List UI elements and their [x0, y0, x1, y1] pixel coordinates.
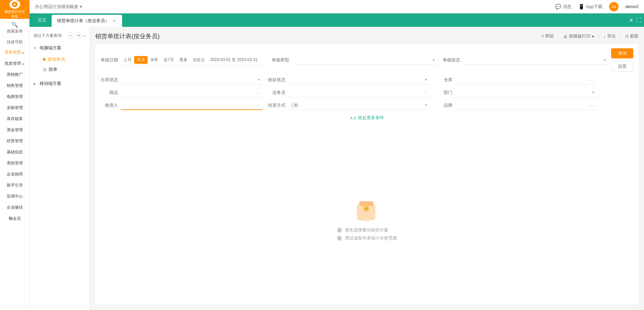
sidebar-item-system[interactable]: 系统管理: [0, 158, 30, 169]
user-name[interactable]: demo2: [625, 4, 639, 9]
help-label: 帮助: [545, 33, 554, 39]
maximize-icon: ⛶: [636, 17, 641, 23]
empty-state-illustration: 😐: [350, 193, 384, 223]
tree-item-pc[interactable]: ▼ 电脑端方案: [30, 43, 90, 53]
tab-sales-stats[interactable]: 销货单统计表（按业务员） ✕: [52, 15, 122, 27]
collapse-panel-btn[interactable]: «: [83, 33, 86, 38]
order-type-input[interactable]: ▾: [292, 55, 437, 65]
inventory-label: 库存核算: [7, 116, 23, 122]
purchase-label: 采购管理: [7, 105, 23, 111]
empty-tip-2: 2 用过滤条件来缩小分析范围: [337, 235, 397, 241]
date-btn-7days[interactable]: 近7天: [161, 56, 177, 64]
settle-label: 结算方式: [268, 102, 285, 108]
sidebar-item-finance[interactable]: 资金管理: [0, 124, 30, 136]
sidebar-item-apps[interactable]: 应用中心: [0, 191, 30, 202]
brand-filter: 品牌 ···: [435, 101, 597, 110]
close-all-icon: ✕: [629, 17, 633, 23]
svg-text:😐: 😐: [364, 206, 369, 211]
edit-scheme-btn[interactable]: ✎: [75, 32, 82, 39]
app-download-label: App下载: [586, 4, 602, 10]
sidebar: 畅捷通好生意 标版 🔍 搜索菜单 快捷导航 零售管理 ▲ 批发管理 ▲ 营销推广…: [0, 0, 30, 310]
app-download-btn[interactable]: 📱 App下载: [578, 4, 602, 10]
collapse-label: 收起更多条件: [358, 115, 384, 121]
sidebar-search[interactable]: 🔍 搜索菜单: [0, 19, 30, 37]
sidebar-item-guide[interactable]: 新手引导: [0, 180, 30, 191]
tip-num-1: 1: [337, 227, 342, 233]
sidebar-item-wholesale[interactable]: 批发管理 ▲: [0, 58, 30, 69]
sidebar-item-enterprise[interactable]: 企业协同: [0, 169, 30, 180]
page-header: 销货单统计表(按业务员) ? 帮助 | 🖨 按模板打印 ▾ | ↓: [95, 32, 639, 40]
order-status-input[interactable]: ▾: [463, 55, 608, 65]
settle-clear-btn[interactable]: ✕: [294, 103, 297, 107]
workspace-title-text: 办公用品行业模拟账套: [35, 4, 78, 10]
action-buttons: 查询 设置: [611, 48, 633, 72]
empty-tip-1: 1 请先选择要分析的方案: [337, 227, 397, 233]
basic-label: 基础信息: [7, 149, 23, 155]
collapse-more-btn[interactable]: ∧∧ 收起更多条件: [348, 113, 386, 123]
warehouse-input[interactable]: ···: [455, 75, 597, 85]
order-type-filter: 单据类型 ▾: [272, 55, 437, 65]
date-selector: 上月 本月 本年 近7天 更多 自定义 2023-03-01 至 2023-03…: [121, 55, 266, 65]
download-icon: 📱: [578, 4, 585, 10]
user-avatar[interactable]: Ea: [609, 2, 619, 11]
export-icon: ↓: [603, 34, 606, 39]
sidebar-item-inventory[interactable]: 库存核算: [0, 113, 30, 124]
tree-item-by-staff[interactable]: 按业务员: [39, 54, 90, 64]
goods-input[interactable]: ···: [121, 88, 263, 97]
staff-dot: [43, 58, 46, 61]
sidebar-item-quick-nav[interactable]: 快捷导航: [0, 37, 30, 47]
date-btn-this-year[interactable]: 本年: [148, 56, 161, 64]
add-scheme-btn[interactable]: +: [67, 32, 74, 39]
out-status-filter: 出库状态 ▾: [101, 75, 263, 85]
retail-arrow: ▲: [21, 51, 25, 54]
refresh-btn[interactable]: ↺ 刷新: [625, 33, 639, 39]
sidebar-item-operations[interactable]: 经营管理: [0, 136, 30, 147]
tree-item-mobile[interactable]: ▶ 移动端方案: [30, 79, 90, 89]
query-button[interactable]: 查询: [611, 48, 633, 58]
system-label: 系统管理: [7, 160, 23, 166]
sidebar-item-purchase[interactable]: 采购管理: [0, 102, 30, 113]
sidebar-item-sales[interactable]: 销售管理: [0, 80, 30, 91]
tab-close-btn[interactable]: ✕: [111, 18, 117, 23]
topbar-right: 💬 消息 📱 App下载 Ea demo2: [555, 2, 639, 11]
main-area: 办公用品行业模拟账套 ▾ 💬 消息 📱 App下载 Ea demo2 首页 销货…: [30, 0, 644, 310]
setting-button[interactable]: 设置: [611, 61, 633, 72]
receive-status-input[interactable]: ▾: [288, 75, 430, 85]
out-status-input[interactable]: ▾: [121, 75, 263, 85]
maximize-btn[interactable]: ⛶: [636, 17, 641, 23]
tab-home[interactable]: 首页: [32, 13, 52, 27]
help-btn[interactable]: ? 帮助: [541, 33, 554, 39]
sidebar-item-ecommerce[interactable]: 电商管理: [0, 91, 30, 102]
date-btn-custom[interactable]: 自定义: [190, 56, 208, 64]
print-dropdown-icon: ▾: [592, 34, 594, 39]
brand-input[interactable]: ···: [455, 101, 597, 110]
sidebar-item-member[interactable]: 畅会员: [0, 213, 30, 224]
print-btn[interactable]: 🖨 按模板打印 ▾: [563, 33, 594, 39]
sidebar-item-wechat[interactable]: 企业微信: [0, 202, 30, 213]
receive-status-arrow: ▾: [425, 78, 427, 82]
retail-label: 零售管理: [5, 50, 21, 55]
workspace-dropdown-icon: ▾: [80, 4, 82, 9]
tabbar: 首页 销货单统计表（按业务员） ✕ ✕ ⛶: [30, 13, 644, 27]
sidebar-item-retail[interactable]: 零售管理 ▲: [0, 47, 30, 58]
receiver-dots: ···: [255, 102, 260, 108]
staff-input[interactable]: ···: [288, 88, 430, 97]
settle-input[interactable]: ✕ ▾: [288, 101, 430, 110]
workspace-title[interactable]: 办公用品行业模拟账套 ▾: [35, 4, 82, 10]
left-panel-header: 按以下方案查询 + ✎ «: [30, 30, 90, 42]
sales-label: 销售管理: [7, 83, 23, 89]
sidebar-item-marketing[interactable]: 营销推广: [0, 69, 30, 80]
close-all-btn[interactable]: ✕: [629, 17, 633, 23]
sidebar-item-basic[interactable]: 基础信息: [0, 147, 30, 158]
receiver-input[interactable]: ···: [121, 101, 263, 110]
logo-text: 畅捷通好生意: [5, 9, 25, 14]
order-status-filter: 单据状态 ▾: [443, 55, 608, 65]
tree-item-by-order[interactable]: ⊞ 按单: [39, 64, 90, 74]
date-btn-this-month[interactable]: 本月: [134, 56, 148, 64]
message-btn[interactable]: 💬 消息: [555, 4, 572, 10]
export-btn[interactable]: ↓ 导出: [603, 33, 616, 39]
date-btn-last-month[interactable]: 上月: [121, 56, 134, 64]
dept-input[interactable]: ▾: [455, 88, 597, 97]
settle-filter: 结算方式 ✕ ▾: [268, 101, 430, 110]
date-btn-more[interactable]: 更多: [177, 56, 190, 64]
